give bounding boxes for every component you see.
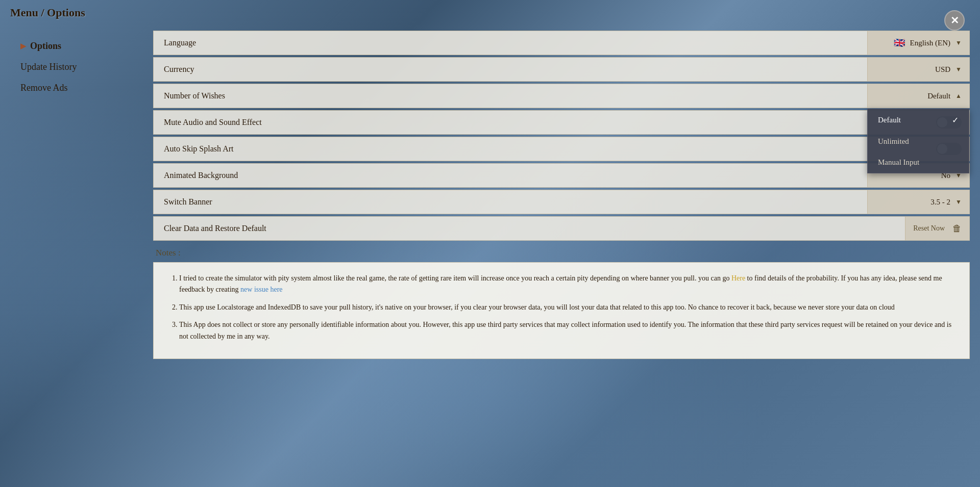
main-panel: Language 🇬🇧 English (EN) ▼ Currency USD …	[153, 31, 970, 482]
sidebar-item-update-history[interactable]: Update History	[10, 57, 153, 78]
reset-now-button[interactable]: Reset Now	[913, 224, 945, 233]
auto-skip-label: Auto Skip Splash Art	[154, 144, 867, 153]
animated-bg-row: Animated Background No ▼	[153, 163, 970, 188]
switch-banner-row: Switch Banner 3.5 - 2 ▼	[153, 190, 970, 214]
checkmark-icon: ✓	[952, 115, 959, 125]
switch-banner-label: Switch Banner	[154, 197, 867, 207]
dropdown-arrow-icon: ▲	[955, 92, 962, 100]
close-button[interactable]: ✕	[944, 10, 965, 31]
wishes-dropdown-popup: Default ✓ Unlimited Manual Input	[867, 109, 969, 173]
clear-data-label: Clear Data and Restore Default	[154, 224, 905, 233]
dropdown-item-manual[interactable]: Manual Input	[868, 152, 969, 173]
currency-value: USD	[935, 65, 950, 74]
note-item-2: This app use Localstorage and IndexedDB …	[179, 302, 954, 313]
mute-audio-label: Mute Audio and Sound Effect	[154, 118, 867, 127]
dropdown-item-label: Default	[878, 116, 901, 124]
arrow-icon: ▶	[20, 42, 26, 50]
dropdown-arrow-icon: ▼	[955, 39, 962, 47]
notes-title: Notes :	[153, 248, 970, 258]
page-title: Menu / Options	[10, 6, 85, 19]
sidebar-item-remove-ads[interactable]: Remove Ads	[10, 78, 153, 98]
language-value: English (EN)	[910, 39, 951, 47]
clear-data-row: Clear Data and Restore Default Reset Now…	[153, 216, 970, 241]
note-item-1: I tried to create the simulator with pit…	[179, 273, 954, 296]
sidebar-item-options[interactable]: ▶ Options	[10, 36, 153, 57]
note-3-text: This App does not collect or store any p…	[179, 321, 951, 340]
wishes-label: Number of Wishes	[154, 91, 867, 100]
currency-row: Currency USD ▼	[153, 57, 970, 82]
currency-label: Currency	[154, 65, 867, 74]
dropdown-arrow-icon: ▼	[955, 66, 962, 73]
sidebar-label-options: Options	[30, 41, 61, 52]
dropdown-item-unlimited[interactable]: Unlimited	[868, 131, 969, 152]
sidebar-label-remove-ads: Remove Ads	[20, 83, 68, 93]
language-label: Language	[154, 38, 867, 47]
currency-dropdown[interactable]: USD ▼	[867, 58, 969, 81]
wishes-dropdown[interactable]: Default ▲	[867, 84, 969, 108]
wishes-row: Number of Wishes Default ▲ Default ✓ Unl…	[153, 84, 970, 108]
sidebar-label-update-history: Update History	[20, 62, 77, 72]
mute-audio-row: Mute Audio and Sound Effect	[153, 110, 970, 135]
note-2-text: This app use Localstorage and IndexedDB …	[179, 303, 895, 311]
dropdown-item-label: Unlimited	[878, 137, 909, 146]
notes-box: I tried to create the simulator with pit…	[153, 262, 970, 359]
trash-icon[interactable]: 🗑	[952, 223, 962, 234]
animated-bg-label: Animated Background	[154, 171, 867, 180]
dropdown-item-label: Manual Input	[878, 158, 919, 167]
switch-banner-dropdown[interactable]: 3.5 - 2 ▼	[867, 190, 969, 214]
note-1-link-issue[interactable]: new issue here	[240, 286, 282, 293]
flag-icon: 🇬🇧	[894, 37, 905, 48]
sidebar: ▶ Options Update History Remove Ads	[10, 31, 153, 482]
note-1-text-before: I tried to create the simulator with pit…	[179, 274, 731, 282]
wishes-value: Default	[927, 92, 950, 100]
language-dropdown[interactable]: 🇬🇧 English (EN) ▼	[867, 31, 969, 55]
language-row: Language 🇬🇧 English (EN) ▼	[153, 31, 970, 55]
switch-banner-value: 3.5 - 2	[930, 198, 950, 207]
dropdown-arrow-icon: ▼	[955, 198, 962, 206]
note-1-link-here[interactable]: Here	[731, 274, 745, 282]
dropdown-item-default[interactable]: Default ✓	[868, 109, 969, 131]
notes-section: Notes : I tried to create the simulator …	[153, 248, 970, 359]
note-item-3: This App does not collect or store any p…	[179, 319, 954, 342]
auto-skip-row: Auto Skip Splash Art	[153, 137, 970, 161]
clear-data-controls: Reset Now 🗑	[905, 217, 969, 240]
